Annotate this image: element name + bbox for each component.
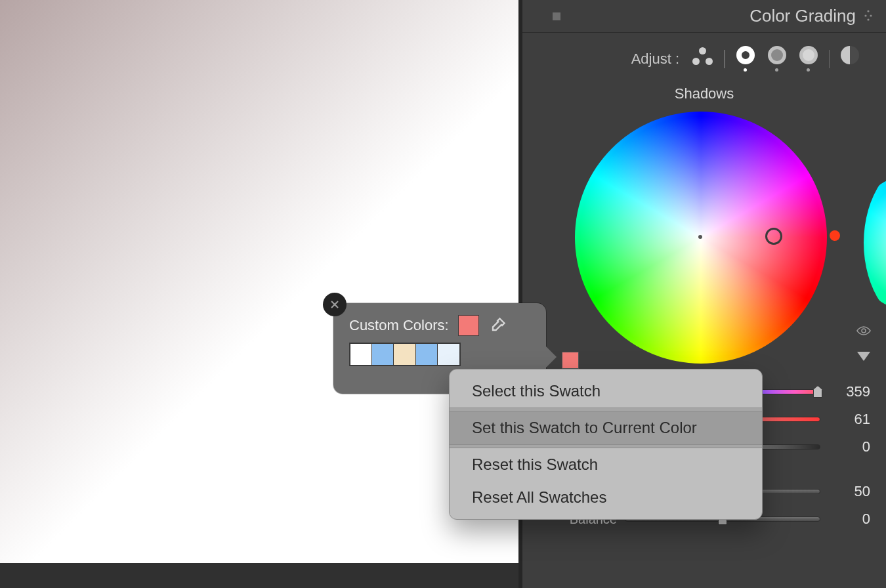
custom-colors-label: Custom Colors: [349, 317, 449, 334]
visibility-toggle-icon[interactable] [856, 323, 872, 341]
svg-point-2 [870, 14, 872, 16]
blending-value[interactable]: 50 [828, 483, 870, 500]
adjust-mode-row: Adjust : [522, 33, 886, 79]
eyedropper-icon[interactable] [488, 316, 507, 335]
menu-select-swatch[interactable]: Select this Swatch [450, 375, 762, 408]
svg-point-0 [867, 10, 869, 12]
svg-point-1 [864, 14, 866, 16]
menu-set-swatch[interactable]: Set this Swatch to Current Color [450, 411, 762, 444]
mode-highlights-button[interactable] [797, 45, 820, 74]
current-color-swatch[interactable] [562, 352, 579, 369]
swatch-strip [349, 343, 461, 366]
close-button[interactable] [323, 293, 347, 316]
swatch-1[interactable] [372, 344, 394, 365]
popup-arrow [545, 345, 557, 369]
hue-ring-handle[interactable] [830, 230, 840, 241]
svg-point-3 [867, 18, 869, 20]
panel-grip-icon[interactable] [553, 12, 560, 20]
svg-point-4 [862, 329, 866, 333]
swatch-3[interactable] [416, 344, 438, 365]
canvas-preview[interactable] [0, 0, 518, 564]
custom-current-swatch[interactable] [458, 315, 479, 336]
canvas-footer-strip [0, 563, 518, 588]
hue-value[interactable]: 359 [828, 383, 870, 400]
separator [829, 50, 830, 68]
mode-three-way-icon[interactable] [691, 47, 715, 71]
swatch-4[interactable] [438, 344, 459, 365]
separator [724, 50, 725, 68]
mode-global-button[interactable] [839, 45, 861, 74]
wheel-picker-handle[interactable] [765, 228, 782, 245]
adjust-label: Adjust : [631, 51, 679, 68]
balance-value[interactable]: 0 [828, 511, 870, 528]
luminance-value[interactable]: 0 [828, 438, 870, 455]
swatch-0[interactable] [350, 344, 372, 365]
expand-triangle-icon[interactable] [857, 352, 870, 361]
swatch-context-menu: Select this Swatch Set this Swatch to Cu… [449, 369, 763, 520]
swatch-2[interactable] [394, 344, 415, 365]
secondary-wheel-peek[interactable] [864, 177, 886, 308]
saturation-value[interactable]: 61 [828, 411, 870, 428]
mode-midtones-button[interactable] [766, 45, 788, 74]
mode-shadows-button[interactable] [734, 45, 757, 74]
menu-reset-all[interactable]: Reset All Swatches [450, 481, 762, 514]
panel-menu-icon[interactable] [862, 9, 874, 24]
panel-title[interactable]: Color Grading [749, 6, 856, 26]
panel-header: Color Grading [522, 0, 886, 33]
wheel-center-dot [698, 235, 702, 239]
menu-reset-swatch[interactable]: Reset this Swatch [450, 448, 762, 481]
section-label: Shadows [522, 85, 886, 102]
